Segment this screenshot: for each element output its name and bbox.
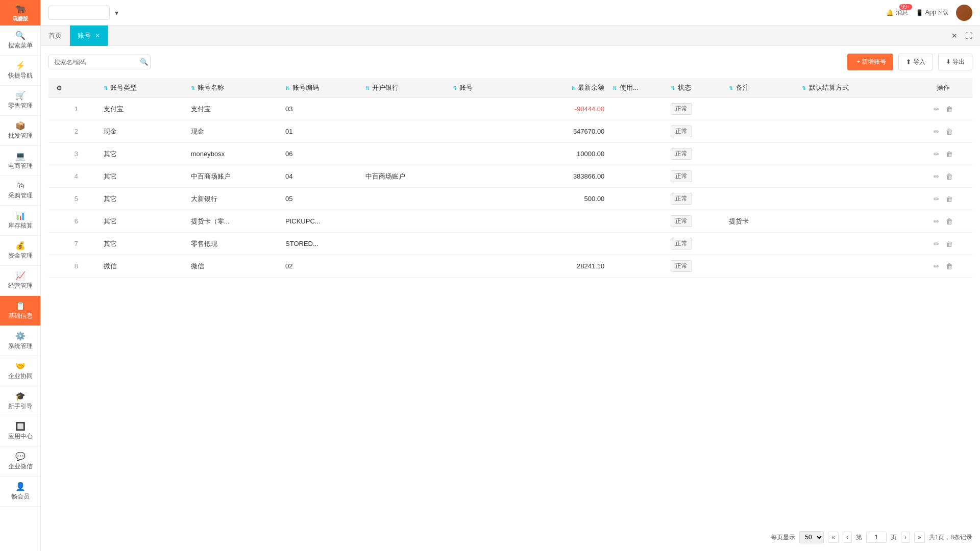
col-use[interactable]: ⇅ 使用... xyxy=(608,78,667,98)
col-type[interactable]: ⇅ 账号类型 xyxy=(100,78,187,98)
sidebar-item-app-center[interactable]: 🔲 应用中心 xyxy=(0,416,40,446)
row-status: 正常 xyxy=(667,143,725,165)
delete-button[interactable]: 🗑 xyxy=(944,194,955,204)
sidebar-item-retail-mgmt[interactable]: 🛒 零售管理 xyxy=(0,86,40,116)
search-input[interactable] xyxy=(49,56,136,69)
edit-button[interactable]: ✏ xyxy=(932,239,942,249)
delete-button[interactable]: 🗑 xyxy=(944,261,955,271)
message-button[interactable]: 🔔 消息 99+ xyxy=(886,8,908,17)
row-bank xyxy=(361,255,449,278)
col-status-label: 状态 xyxy=(678,84,691,91)
sidebar-item-wholesale-mgmt[interactable]: 📦 批发管理 xyxy=(0,116,40,146)
row-settings xyxy=(48,120,70,143)
row-num: 8 xyxy=(70,255,100,278)
sidebar-item-member[interactable]: 👤 畅会员 xyxy=(0,477,40,507)
col-account[interactable]: ⇅ 账号 xyxy=(449,78,522,98)
sidebar-item-business-mgmt[interactable]: 📈 经营管理 xyxy=(0,266,40,296)
first-page-button[interactable]: « xyxy=(828,532,839,543)
tab-minimize-button[interactable]: ✕ xyxy=(949,31,960,41)
row-action: ✏ 🗑 xyxy=(914,120,972,143)
edit-button[interactable]: ✏ xyxy=(932,149,942,159)
wholesale-mgmt-icon: 📦 xyxy=(15,121,26,131)
tab-expand-button[interactable]: ⛶ xyxy=(963,31,975,41)
sidebar-item-label: 快捷导航 xyxy=(8,71,33,80)
page-label: 第 xyxy=(856,533,862,542)
pagination: 每页显示 50 « ‹ 第 页 › » 共1页，8条记录 xyxy=(48,526,972,543)
export-button[interactable]: ⬇ 导出 xyxy=(938,54,972,70)
edit-button[interactable]: ✏ xyxy=(932,194,942,204)
page-input[interactable] xyxy=(866,532,887,543)
import-button[interactable]: ⬆ 导入 xyxy=(898,54,933,70)
row-status: 正常 xyxy=(667,233,725,255)
page-unit: 页 xyxy=(891,533,897,542)
app-download-button[interactable]: 📱 App下载 xyxy=(916,8,948,17)
tab-close-icon[interactable]: ✕ xyxy=(95,32,100,39)
sidebar-item-basic-info[interactable]: 📋 基础信息 xyxy=(0,296,40,326)
col-action-label: 操作 xyxy=(937,84,950,91)
prev-page-button[interactable]: ‹ xyxy=(843,532,852,543)
row-num: 3 xyxy=(70,143,100,165)
sidebar-item-search-menu[interactable]: 🔍 搜索菜单 xyxy=(0,26,40,56)
message-icon: 🔔 xyxy=(886,9,894,16)
col-note[interactable]: ⇅ 备注 xyxy=(725,78,798,98)
row-use xyxy=(608,98,667,120)
status-badge: 正常 xyxy=(671,260,692,272)
sidebar-item-label: 批发管理 xyxy=(8,132,33,140)
row-settings xyxy=(48,188,70,210)
col-name[interactable]: ⇅ 账号名称 xyxy=(187,78,281,98)
row-action: ✏ 🗑 xyxy=(914,98,972,120)
sidebar-item-inventory[interactable]: 📊 库存核算 xyxy=(0,206,40,236)
edit-button[interactable]: ✏ xyxy=(932,216,942,227)
delete-button[interactable]: 🗑 xyxy=(944,127,955,137)
tab-home[interactable]: 首页 xyxy=(41,26,70,46)
delete-button[interactable]: 🗑 xyxy=(944,239,955,249)
edit-button[interactable]: ✏ xyxy=(932,171,942,182)
sidebar-item-newbie-guide[interactable]: 🎓 新手引导 xyxy=(0,386,40,416)
top-search-input[interactable] xyxy=(48,6,110,20)
table-row: 4 其它 中百商场账户 04 中百商场账户 383866.00 正常 ✏ 🗑 xyxy=(48,165,972,188)
avatar[interactable] xyxy=(956,5,972,21)
col-balance[interactable]: ⇅ 最新余额 xyxy=(521,78,608,98)
delete-button[interactable]: 🗑 xyxy=(944,104,955,114)
col-code[interactable]: ⇅ 账号编码 xyxy=(281,78,361,98)
edit-button[interactable]: ✏ xyxy=(932,261,942,271)
status-badge: 正常 xyxy=(671,148,692,160)
tab-account[interactable]: 账号 ✕ xyxy=(70,26,108,46)
sidebar-item-quick-nav[interactable]: ⚡ 快捷导航 xyxy=(0,56,40,86)
col-bank[interactable]: ⇅ 开户银行 xyxy=(361,78,449,98)
row-code: PICKUPC... xyxy=(281,210,361,233)
table-row: 3 其它 moneybosx 06 10000.00 正常 ✏ 🗑 xyxy=(48,143,972,165)
row-name: 现金 xyxy=(187,120,281,143)
dropdown-button[interactable]: ▾ xyxy=(115,9,118,17)
sidebar-item-corp-wechat[interactable]: 💬 企业微信 xyxy=(0,446,40,477)
row-bank xyxy=(361,120,449,143)
last-page-button[interactable]: » xyxy=(914,532,925,543)
col-status[interactable]: ⇅ 状态 xyxy=(667,78,725,98)
sidebar-item-system-mgmt[interactable]: ⚙️ 系统管理 xyxy=(0,326,40,356)
search-button[interactable]: 🔍 xyxy=(136,55,151,69)
table-row: 2 现金 现金 01 547670.00 正常 ✏ 🗑 xyxy=(48,120,972,143)
row-type: 其它 xyxy=(100,233,187,255)
col-settings[interactable]: ⚙ xyxy=(48,78,70,98)
delete-button[interactable]: 🗑 xyxy=(944,216,955,227)
edit-button[interactable]: ✏ xyxy=(932,127,942,137)
delete-button[interactable]: 🗑 xyxy=(944,149,955,159)
delete-button[interactable]: 🗑 xyxy=(944,171,955,182)
table-row: 6 其它 提货卡（零... PICKUPC... 正常 提货卡 ✏ 🗑 xyxy=(48,210,972,233)
quick-nav-icon: ⚡ xyxy=(15,61,26,70)
edit-button[interactable]: ✏ xyxy=(932,104,942,114)
sidebar-item-finance-mgmt[interactable]: 💰 资金管理 xyxy=(0,236,40,266)
row-use xyxy=(608,188,667,210)
phone-icon: 📱 xyxy=(916,9,923,16)
add-account-button[interactable]: + 新增账号 xyxy=(847,54,893,70)
next-page-button[interactable]: › xyxy=(901,532,910,543)
row-account xyxy=(449,98,522,120)
page-size-select[interactable]: 50 xyxy=(799,531,824,543)
col-default[interactable]: ⇅ 默认结算方式 xyxy=(798,78,914,98)
sidebar-item-corp-agreement[interactable]: 🤝 企业协同 xyxy=(0,356,40,386)
table-body: 1 支付宝 支付宝 03 -90444.00 正常 ✏ 🗑 2 现金 现金 01… xyxy=(48,98,972,278)
sidebar-item-ecommerce-mgmt[interactable]: 💻 电商管理 xyxy=(0,146,40,176)
sidebar-item-purchase-mgmt[interactable]: 🛍 采购管理 xyxy=(0,176,40,206)
row-default xyxy=(798,233,914,255)
add-button-label: + 新增账号 xyxy=(856,58,886,66)
